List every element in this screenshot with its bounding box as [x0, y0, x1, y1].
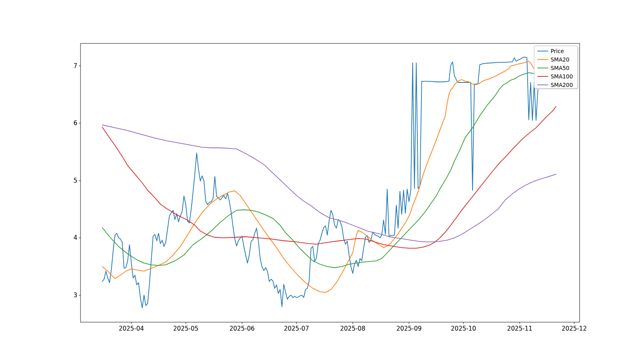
- plot-area: [80, 43, 580, 322]
- y-tick-label: 7: [73, 62, 77, 70]
- x-tick-label: 2025-05: [173, 325, 198, 332]
- x-tick-label: 2025-12: [561, 325, 587, 332]
- x-tick-label: 2025-10: [451, 325, 476, 332]
- x-tick-label: 2025-07: [284, 325, 309, 332]
- price-sma-line-chart: 2025-042025-052025-062025-072025-082025-…: [0, 0, 644, 362]
- chart-figure: 2025-042025-052025-062025-072025-082025-…: [0, 0, 644, 362]
- x-tick-label: 2025-04: [119, 325, 144, 332]
- legend-label-price: Price: [551, 48, 564, 54]
- y-tick-label: 4: [73, 234, 77, 241]
- x-tick-label: 2025-09: [396, 325, 422, 332]
- legend-label-sma50: SMA50: [551, 65, 570, 71]
- y-tick-label: 5: [73, 177, 77, 184]
- y-tick-label: 6: [73, 119, 77, 127]
- x-tick-label: 2025-11: [507, 325, 533, 332]
- y-tick-label: 3: [73, 292, 77, 299]
- legend-label-sma200: SMA200: [551, 82, 573, 88]
- x-tick-label: 2025-08: [340, 325, 365, 332]
- legend-label-sma100: SMA100: [551, 73, 573, 80]
- x-tick-label: 2025-06: [229, 325, 255, 332]
- legend-label-sma20: SMA20: [551, 56, 570, 63]
